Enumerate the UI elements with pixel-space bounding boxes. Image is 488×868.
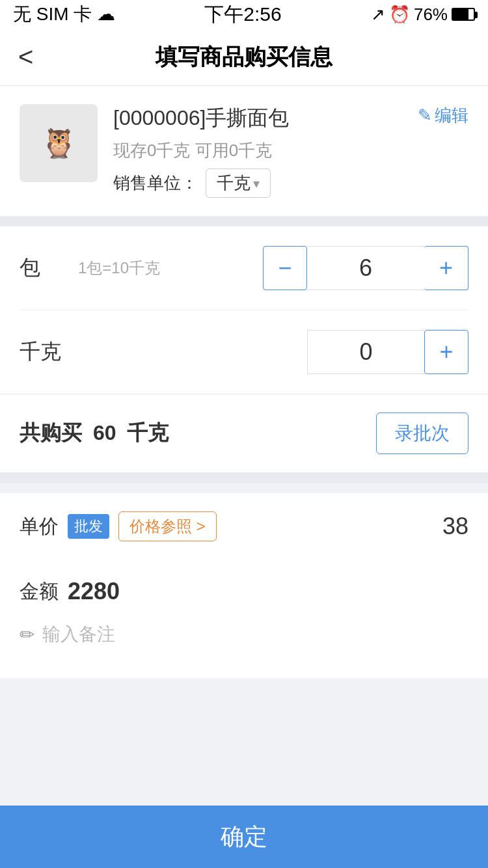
product-info: [0000006]手撕面包 ✎ 编辑 现存0千克 可用0千克 销售单位： 千克 … <box>113 104 468 198</box>
product-name: [0000006]手撕面包 <box>113 104 289 133</box>
amount-label: 金额 <box>20 578 59 605</box>
back-button[interactable]: < <box>18 42 33 72</box>
page-title: 填写商品购买信息 <box>156 42 332 72</box>
confirm-button[interactable]: 确定 <box>0 806 488 868</box>
amount-card: 金额 2280 ✏ 输入备注 <box>0 560 488 678</box>
bag-increment-button[interactable]: + <box>424 246 468 290</box>
batch-button[interactable]: 录批次 <box>376 413 468 454</box>
note-placeholder: 输入备注 <box>42 622 115 647</box>
battery-icon <box>452 8 475 21</box>
total-text: 共购买 60 千克 <box>20 419 376 448</box>
price-label: 单价 <box>20 513 59 540</box>
dropdown-icon: ▾ <box>253 176 260 191</box>
product-thumbnail: 🦉 <box>20 104 98 182</box>
alarm-icon: ⏰ <box>389 5 410 25</box>
total-row: 共购买 60 千克 录批次 <box>0 394 488 472</box>
edit-label: 编辑 <box>435 104 468 127</box>
bag-qty-control: − + <box>263 246 468 290</box>
unit-select[interactable]: 千克 ▾ <box>206 169 271 198</box>
status-left: 无 SIM 卡 ☁ <box>13 2 115 27</box>
price-value: 38 <box>442 513 468 540</box>
bag-hint: 1包=10千克 <box>78 258 263 278</box>
edit-icon: ✎ <box>418 105 432 126</box>
price-section: 单价 批发 价格参照 > 38 <box>0 493 488 560</box>
unit-value: 千克 <box>217 172 251 195</box>
bag-input-row: 包 1包=10千克 − + <box>20 226 468 310</box>
total-unit: 千克 <box>127 421 169 444</box>
battery-text: 76% <box>414 5 448 25</box>
status-bar: 无 SIM 卡 ☁ 下午2:56 ↗ ⏰ 76% <box>0 0 488 29</box>
sim-text: 无 SIM 卡 ☁ <box>13 2 115 27</box>
unit-label: 销售单位： <box>113 172 198 195</box>
nav-bar: < 填写商品购买信息 <box>0 29 488 86</box>
amount-value: 2280 <box>68 578 120 605</box>
divider-1 <box>0 216 488 226</box>
price-type-tag: 批发 <box>68 514 109 539</box>
edit-button[interactable]: ✎ 编辑 <box>418 104 468 127</box>
status-right: ↗ ⏰ 76% <box>371 5 475 25</box>
kg-label: 千克 <box>20 338 72 366</box>
bag-qty-input[interactable] <box>307 246 424 290</box>
kg-qty-input[interactable] <box>307 330 424 374</box>
product-unit-row: 销售单位： 千克 ▾ <box>113 169 468 198</box>
note-row[interactable]: ✏ 输入备注 <box>20 616 468 660</box>
price-row: 单价 批发 价格参照 > 38 <box>20 511 468 541</box>
input-section: 包 1包=10千克 − + 千克 + <box>0 226 488 394</box>
bag-label: 包 <box>20 254 72 282</box>
bag-decrement-button[interactable]: − <box>263 246 307 290</box>
kg-increment-button[interactable]: + <box>424 330 468 374</box>
total-amount: 60 <box>93 421 116 444</box>
divider-2 <box>0 472 488 483</box>
product-card: 🦉 [0000006]手撕面包 ✎ 编辑 现存0千克 可用0千克 销售单位： 千… <box>0 86 488 216</box>
product-image-icon: 🦉 <box>41 126 77 160</box>
pencil-icon: ✏ <box>20 624 34 645</box>
kg-qty-control: + <box>307 330 468 374</box>
total-label: 共购买 <box>20 421 82 444</box>
location-icon: ↗ <box>371 5 385 25</box>
status-time: 下午2:56 <box>204 1 281 28</box>
price-ref-button[interactable]: 价格参照 > <box>118 511 217 541</box>
kg-input-row: 千克 + <box>20 310 468 394</box>
product-stock: 现存0千克 可用0千克 <box>113 139 468 162</box>
amount-row: 金额 2280 <box>20 578 468 605</box>
